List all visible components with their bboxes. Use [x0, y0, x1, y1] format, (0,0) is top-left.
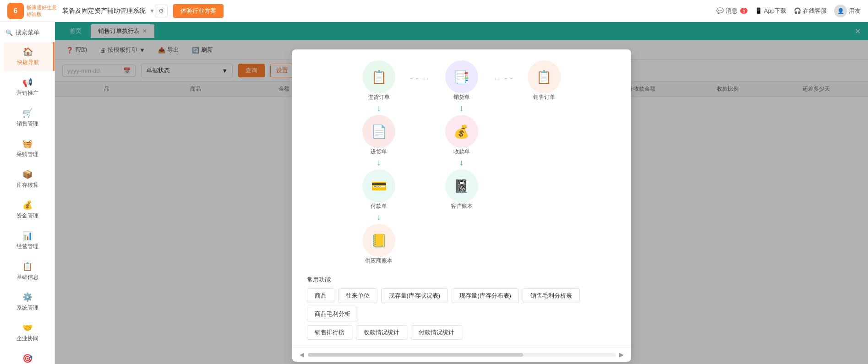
supplier-account-label: 供应商账本: [365, 257, 393, 265]
message-icon: 💬: [716, 7, 724, 14]
inventory-icon: 📦: [22, 169, 33, 179]
sales-icon: 🛒: [22, 108, 33, 118]
scroll-left-icon[interactable]: ◀: [300, 351, 304, 358]
receipt-bill-icon: 💰: [445, 115, 478, 148]
finance-icon: 💰: [22, 200, 33, 210]
arrow-down-3: ↓: [377, 211, 381, 223]
sidebar-item-marketing[interactable]: 📢 营销推广: [4, 73, 51, 102]
sidebar-item-operation[interactable]: 📊 经营管理: [4, 226, 51, 255]
supplier-account-icon: 📒: [362, 224, 395, 257]
scrollbar-thumb: [308, 353, 523, 357]
purchase-order-label: 进货订单: [368, 93, 390, 101]
app-download-item[interactable]: 📱 App下载: [755, 7, 786, 15]
enterprise-icon: 🤝: [22, 323, 33, 333]
scrollbar-track[interactable]: [308, 353, 616, 357]
download-icon: 📱: [755, 7, 762, 14]
newcomer-icon: 🎯: [22, 353, 33, 364]
payment-bill-label: 付款单: [371, 202, 387, 210]
sales-order-label: 销售订单: [533, 93, 555, 101]
basic-info-icon: 📋: [22, 261, 33, 272]
arrow-down-4: ↓: [459, 102, 464, 114]
receipt-bill-label: 收款单: [453, 148, 470, 156]
sidebar-item-system-mgmt[interactable]: ⚙️ 系统管理: [4, 288, 51, 316]
cf-btn-sales-rank[interactable]: 销售排行榜: [307, 325, 352, 340]
purchase-order-icon: 📋: [362, 60, 395, 93]
content-area: 首页 销售订单执行表 ✕ ✕ ❓ 帮助 🖨 按模板打印 ▼ 📤 导出: [55, 22, 868, 364]
purchase-icon: 🧺: [22, 139, 33, 149]
flow-purchase-bill: 📄 进货单: [362, 115, 395, 156]
modal-body: 📋 进货订单 ↓ 📄 进货单 ↓: [292, 49, 631, 347]
search-icon: 🔍: [5, 29, 13, 36]
common-functions-buttons-row2: 销售排行榜 收款情况统计 付款情况统计: [307, 325, 617, 340]
flow-supplier-account: 📒 供应商账本: [362, 224, 395, 265]
sidebar: 🔍 搜索菜单 🏠 快捷导航 📢 营销推广 🛒 销售管理 🧺 采购管理 📦 库存核…: [0, 22, 55, 364]
customer-account-label: 客户账本: [451, 202, 473, 210]
user-avatar: 👤: [834, 5, 847, 17]
try-industry-button[interactable]: 体验行业方案: [173, 4, 224, 18]
flow-receipt-bill: 💰 收款单: [445, 115, 478, 156]
gear-button[interactable]: ⚙: [155, 5, 168, 17]
message-badge: 5: [740, 8, 748, 14]
purchase-bill-icon: 📄: [362, 115, 395, 148]
modal-scrollbar: ◀ ▶: [292, 347, 631, 362]
system-icon: ⚙️: [22, 292, 33, 302]
common-functions-buttons: 商品 往来单位 现存量(库存状况表) 现存量(库存分布表) 销售毛利分析表 商品…: [307, 288, 617, 321]
cf-btn-receipt-stats[interactable]: 收款情况统计: [356, 325, 407, 340]
flow-sales-bill: 📑 销货单: [445, 60, 478, 101]
flow-purchase-order: 📋 进货订单: [362, 60, 395, 101]
sidebar-item-enterprise[interactable]: 🤝 企业协同: [4, 318, 51, 347]
home-icon: 🏠: [23, 47, 33, 57]
title-dropdown-icon[interactable]: ▼: [149, 8, 155, 14]
top-header: 6 畅康通好生意 标准版 装备及固定资产辅助管理系统 ▼ ⚙ 体验行业方案 💬 …: [0, 0, 868, 22]
logo-icon: 6: [7, 3, 24, 19]
sales-bill-label: 销货单: [453, 93, 470, 101]
cf-btn-product[interactable]: 商品: [307, 288, 334, 303]
sidebar-item-newcomer[interactable]: 🎯 新手引导: [4, 349, 51, 364]
arrow-down-5: ↓: [459, 157, 464, 168]
user-item[interactable]: 👤 用友: [834, 5, 861, 17]
common-functions-section: 常用功能 商品 往来单位 现存量(库存状况表) 现存量(库存分布表) 销售毛利分…: [307, 276, 617, 340]
sales-order-icon: 📋: [528, 60, 561, 93]
main-layout: 🔍 搜索菜单 🏠 快捷导航 📢 营销推广 🛒 销售管理 🧺 采购管理 📦 库存核…: [0, 22, 868, 364]
system-title: 装备及固定资产辅助管理系统: [62, 7, 146, 15]
arrow-down-2: ↓: [377, 157, 381, 168]
customer-account-icon: 📓: [445, 169, 478, 202]
sidebar-item-inventory[interactable]: 📦 库存核算: [4, 165, 51, 194]
logo-area: 6 畅康通好生意 标准版: [7, 3, 62, 19]
cf-btn-sales-margin[interactable]: 销售毛利分析表: [523, 288, 580, 303]
arrow-down-1: ↓: [377, 102, 381, 114]
cf-btn-stock-status[interactable]: 现存量(库存状况表): [381, 288, 448, 303]
service-icon: 🎧: [794, 7, 801, 14]
online-service-item[interactable]: 🎧 在线客服: [794, 7, 827, 15]
sidebar-item-quick-nav[interactable]: 🏠 快捷导航: [4, 42, 55, 71]
purchase-bill-label: 进货单: [371, 148, 387, 156]
sidebar-item-finance[interactable]: 💰 资金管理: [4, 196, 51, 224]
message-item[interactable]: 💬 消息 5: [716, 7, 748, 15]
system-title-area: 装备及固定资产辅助管理系统 ▼ ⚙ 体验行业方案: [62, 4, 716, 18]
flow-sales-order: 📋 销售订单: [528, 60, 561, 101]
flow-payment-bill: 💳 付款单: [362, 169, 395, 210]
cf-btn-product-margin[interactable]: 商品毛利分析: [307, 307, 358, 321]
operation-icon: 📊: [22, 231, 33, 241]
sidebar-item-purchase-mgmt[interactable]: 🧺 采购管理: [4, 134, 51, 163]
scroll-right-icon[interactable]: ▶: [619, 351, 624, 358]
dashed-arrow-h2: ← - -: [493, 73, 513, 84]
logo-text: 畅康通好生意 标准版: [27, 4, 57, 17]
sales-bill-icon: 📑: [445, 60, 478, 93]
flow-customer-account: 📓 客户账本: [445, 169, 478, 210]
cf-btn-contacts[interactable]: 往来单位: [338, 288, 377, 303]
sidebar-search[interactable]: 🔍 搜索菜单: [0, 26, 55, 39]
modal-overlay[interactable]: 📋 进货订单 ↓ 📄 进货单 ↓: [55, 22, 868, 364]
cf-btn-stock-dist[interactable]: 现存量(库存分布表): [452, 288, 519, 303]
cf-btn-payment-stats[interactable]: 付款情况统计: [411, 325, 462, 340]
dashed-arrow-h1: - - →: [410, 73, 430, 84]
common-functions-title: 常用功能: [307, 276, 617, 284]
payment-bill-icon: 💳: [362, 169, 395, 202]
flow-modal: 📋 进货订单 ↓ 📄 进货单 ↓: [292, 49, 631, 362]
marketing-icon: 📢: [22, 77, 33, 87]
sidebar-item-sales-mgmt[interactable]: 🛒 销售管理: [4, 103, 51, 132]
sidebar-item-basic-info[interactable]: 📋 基础信息: [4, 257, 51, 286]
header-right: 💬 消息 5 📱 App下载 🎧 在线客服 👤 用友: [716, 5, 861, 17]
